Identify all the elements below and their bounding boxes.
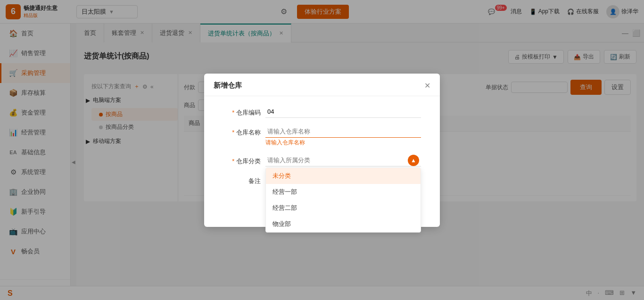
category-label: 仓库分类	[223, 154, 261, 166]
category-input[interactable]	[265, 154, 421, 167]
modal-overlay: 新增仓库 ✕ 仓库编码 仓库名称 请输入仓库名称 仓库分类	[0, 0, 644, 300]
category-dropdown-list: 未分类 经营一部 经营二部 物业部	[265, 167, 421, 233]
warehouse-category-row: 仓库分类 ▲ 未分类 经营一部 经营二部 物业部	[223, 154, 421, 167]
modal-body: 仓库编码 仓库名称 请输入仓库名称 仓库分类 ▲	[204, 96, 440, 203]
category-option-uncategorized[interactable]: 未分类	[266, 168, 421, 184]
name-error-message: 请输入仓库名称	[265, 139, 421, 147]
code-label: 仓库编码	[223, 106, 261, 117]
name-label: 仓库名称	[223, 125, 261, 137]
warehouse-code-input[interactable]	[265, 106, 421, 118]
warehouse-code-row: 仓库编码	[223, 106, 421, 118]
category-option-dept1[interactable]: 经营一部	[266, 184, 421, 200]
modal-close-button[interactable]: ✕	[424, 81, 430, 90]
category-dropdown-arrow[interactable]: ▲	[408, 155, 419, 166]
category-option-dept2[interactable]: 经营二部	[266, 200, 421, 216]
category-option-dept3[interactable]: 物业部	[266, 216, 421, 232]
category-dropdown-wrapper: ▲ 未分类 经营一部 经营二部 物业部	[265, 154, 421, 167]
warehouse-name-row: 仓库名称 请输入仓库名称	[223, 125, 421, 147]
chevron-up-icon: ▲	[411, 157, 416, 164]
modal-title: 新增仓库	[214, 81, 242, 90]
add-warehouse-modal: 新增仓库 ✕ 仓库编码 仓库名称 请输入仓库名称 仓库分类	[204, 74, 440, 227]
note-label: 备注	[223, 174, 261, 185]
modal-header: 新增仓库 ✕	[204, 74, 440, 96]
warehouse-name-input[interactable]	[265, 125, 421, 138]
name-field-wrapper: 请输入仓库名称	[265, 125, 421, 147]
